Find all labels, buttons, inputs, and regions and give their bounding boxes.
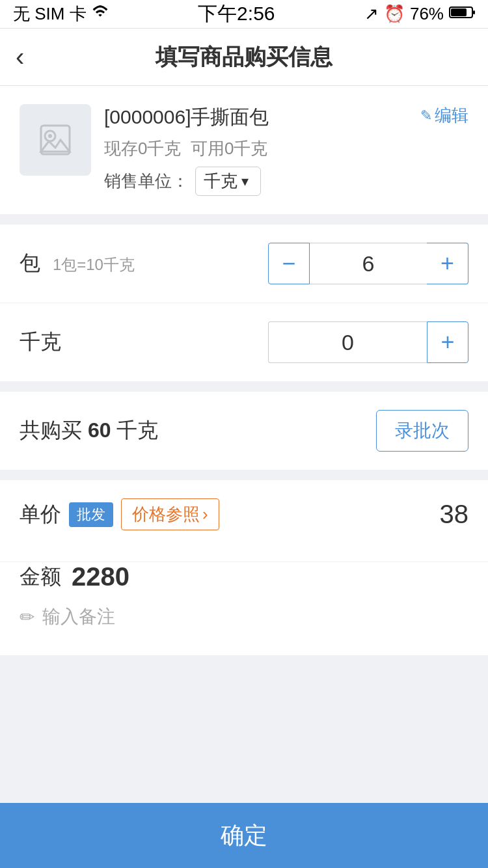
summary-row: 共购买 60 千克 录批次 (0, 392, 488, 470)
amount-value: 2280 (72, 562, 129, 591)
summary-text: 共购买 60 千克 (20, 416, 158, 445)
package-label: 包 1包=10千克 (20, 249, 268, 278)
battery-label: 76% (410, 4, 444, 24)
status-time: 下午2:56 (198, 1, 275, 27)
amount-row: 金额 2280 (20, 562, 468, 591)
price-value: 38 (440, 500, 469, 529)
nav-bar: ‹ 填写商品购买信息 (0, 29, 488, 86)
product-unit: 销售单位： 千克 ▾ (104, 167, 468, 196)
package-qty-control: − + (268, 243, 468, 284)
kg-qty-control: + (268, 321, 468, 363)
kg-input[interactable] (268, 321, 427, 363)
page-title: 填写商品购买信息 (156, 42, 332, 72)
product-name: [0000006]手撕面包 (104, 104, 468, 131)
carrier-label: 无 SIM 卡 (13, 3, 87, 25)
amount-section: 金额 2280 ✏ 输入备注 (0, 562, 488, 655)
battery-icon (449, 4, 475, 24)
price-tag: 批发 (69, 502, 113, 527)
unit-select[interactable]: 千克 ▾ (195, 167, 261, 196)
svg-rect-2 (473, 10, 475, 14)
package-input[interactable] (310, 243, 427, 284)
package-row: 包 1包=10千克 − + (0, 224, 488, 303)
status-bar: 无 SIM 卡 下午2:56 ↗ ⏰ 76% (0, 0, 488, 29)
confirm-button[interactable]: 确定 (0, 803, 488, 868)
edit-button[interactable]: ✎ 编辑 (420, 104, 468, 127)
kg-plus-button[interactable]: + (427, 321, 468, 363)
input-section: 包 1包=10千克 − + 千克 + (0, 224, 488, 381)
remark-row[interactable]: ✏ 输入备注 (20, 604, 468, 642)
product-stock: 现存0千克 可用0千克 (104, 137, 468, 160)
back-button[interactable]: ‹ (16, 42, 24, 72)
alarm-icon: ⏰ (384, 4, 405, 24)
package-plus-button[interactable]: + (427, 243, 468, 284)
svg-rect-5 (41, 126, 70, 154)
status-right: ↗ ⏰ 76% (364, 4, 475, 24)
wifi-icon (92, 3, 109, 25)
package-minus-button[interactable]: − (268, 243, 310, 284)
price-section: 单价 批发 价格参照 › 38 (0, 480, 488, 562)
svg-rect-1 (451, 8, 467, 16)
price-ref-button[interactable]: 价格参照 › (121, 498, 219, 530)
product-thumbnail (20, 104, 91, 176)
kg-label: 千克 (20, 328, 268, 357)
remark-placeholder: 输入备注 (42, 604, 115, 629)
svg-point-4 (48, 134, 52, 138)
product-info: [0000006]手撕面包 现存0千克 可用0千克 销售单位： 千克 ▾ (104, 104, 468, 196)
location-icon: ↗ (364, 4, 379, 24)
amount-label: 金额 (20, 563, 61, 591)
pencil-icon: ✏ (20, 606, 34, 628)
price-label: 单价 批发 价格参照 › (20, 498, 219, 530)
price-row: 单价 批发 价格参照 › 38 (20, 498, 468, 530)
batch-button[interactable]: 录批次 (376, 410, 468, 452)
kg-row: 千克 + (0, 303, 488, 381)
package-sublabel: 1包=10千克 (53, 256, 135, 273)
status-left: 无 SIM 卡 (13, 3, 109, 25)
product-card: [0000006]手撕面包 现存0千克 可用0千克 销售单位： 千克 ▾ ✎ 编… (0, 86, 488, 214)
